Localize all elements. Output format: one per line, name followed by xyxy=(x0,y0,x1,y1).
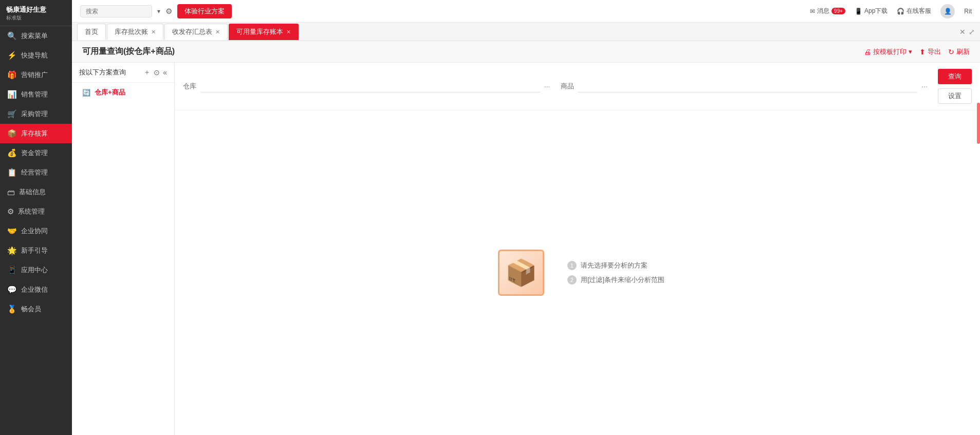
sidebar-label-search: 搜索菜单 xyxy=(21,31,48,41)
topbar-right: ✉ 消息 99+ 📱 App下载 🎧 在线客服 👤 Rit xyxy=(810,4,972,18)
user-avatar[interactable]: 👤 xyxy=(940,4,955,18)
sidebar-label-finance: 资金管理 xyxy=(21,148,48,158)
query-bar: 仓库 ··· 商品 ··· 查询 设置 xyxy=(175,63,980,110)
goods-more-icon[interactable]: ··· xyxy=(921,82,928,90)
sidebar-icon-newbie: 🌟 xyxy=(7,246,17,255)
topbar-gear-icon[interactable]: ⚙ xyxy=(165,7,172,16)
sidebar-label-inventory: 库存核算 xyxy=(21,129,48,138)
sidebar-item-inventory[interactable]: 📦 库存核算 xyxy=(0,124,72,143)
trial-btn[interactable]: 体验行业方案 xyxy=(177,4,232,18)
print-btn[interactable]: 🖨 按模板打印 ▾ xyxy=(864,47,912,56)
message-badge: 99+ xyxy=(831,8,845,14)
topbar: ▾ ⚙ 体验行业方案 ✉ 消息 99+ 📱 App下载 🎧 在线客服 👤 Rit xyxy=(72,0,980,23)
page-title: 可用量查询(按仓库+商品) xyxy=(82,46,175,57)
message-icon: ✉ xyxy=(810,8,815,15)
sidebar-icon-inventory: 📦 xyxy=(7,129,17,138)
right-edge-scrollbar[interactable] xyxy=(977,103,980,144)
topbar-search-input[interactable] xyxy=(80,5,152,17)
filter-settings-icon[interactable]: ⊙ xyxy=(154,68,160,77)
tab-available-qty[interactable]: 可用量库存账本✕ xyxy=(229,24,299,40)
close-window-btn[interactable]: ✕ xyxy=(959,28,966,36)
sidebar-item-marketing-promo[interactable]: 🎁 营销推广 xyxy=(0,65,72,85)
empty-tip-1: 1 请先选择要分析的方案 xyxy=(567,261,664,270)
sidebar-item-sales[interactable]: 📊 销售管理 xyxy=(0,85,72,104)
filter-collapse-icon[interactable]: « xyxy=(163,68,167,77)
sidebar-label-shortcut: 快捷导航 xyxy=(21,51,48,60)
query-buttons: 查询 设置 xyxy=(938,69,972,104)
refresh-icon: ↻ xyxy=(948,48,954,56)
filter-header: 按以下方案查询 ＋ ⊙ « xyxy=(72,63,174,83)
sidebar-label-marketing-promo: 营销推广 xyxy=(21,70,48,80)
filter-header-actions: ＋ ⊙ « xyxy=(143,68,167,77)
tab-home[interactable]: 首页 xyxy=(77,24,106,40)
page-actions: 🖨 按模板打印 ▾ ⬆ 导出 ↻ 刷新 xyxy=(864,47,970,56)
tab-close-collect-summary[interactable]: ✕ xyxy=(215,29,220,35)
username-label: Rit xyxy=(964,8,972,15)
tab-collect-summary[interactable]: 收发存汇总表✕ xyxy=(164,24,228,40)
tip-text-1: 请先选择要分析的方案 xyxy=(581,261,648,270)
warehouse-more-icon[interactable]: ··· xyxy=(544,82,550,90)
tab-close-available-qty[interactable]: ✕ xyxy=(286,29,291,35)
tabs-window-actions: ✕ ⤢ xyxy=(959,28,975,36)
print-dropdown-icon[interactable]: ▾ xyxy=(909,48,912,55)
message-item[interactable]: ✉ 消息 99+ xyxy=(810,7,845,15)
goods-input[interactable] xyxy=(578,80,918,92)
tip-text-2: 用[过滤]条件来缩小分析范围 xyxy=(581,275,664,285)
empty-tips: 1 请先选择要分析的方案 2 用[过滤]条件来缩小分析范围 xyxy=(567,261,664,285)
right-panel: 仓库 ··· 商品 ··· 查询 设置 xyxy=(175,63,980,435)
sidebar-item-purchase[interactable]: 🛒 采购管理 xyxy=(0,104,72,124)
online-service-label: 在线客服 xyxy=(907,7,931,15)
sidebar-item-system[interactable]: ⚙ 系统管理 xyxy=(0,202,72,221)
filter-item-label: 仓库+商品 xyxy=(95,88,125,97)
filter-header-label: 按以下方案查询 xyxy=(79,68,126,77)
tip-num-2: 2 xyxy=(567,275,577,285)
sidebar-item-search[interactable]: 🔍 搜索菜单 xyxy=(0,26,72,46)
page-header: 可用量查询(按仓库+商品) 🖨 按模板打印 ▾ ⬆ 导出 ↻ 刷新 xyxy=(72,41,980,63)
tip-num-1: 1 xyxy=(567,261,577,270)
tab-batch-account[interactable]: 库存批次账✕ xyxy=(107,24,163,40)
sidebar-item-app-center[interactable]: 📱 应用中心 xyxy=(0,260,72,280)
sidebar-item-member[interactable]: 🏅 畅会员 xyxy=(0,299,72,319)
sidebar-label-operations: 经营管理 xyxy=(21,168,48,177)
topbar-dropdown-icon[interactable]: ▾ xyxy=(157,8,160,15)
sidebar-icon-purchase: 🛒 xyxy=(7,109,17,119)
sidebar-label-wechat: 企业微信 xyxy=(21,285,48,294)
query-btn[interactable]: 查询 xyxy=(938,69,972,84)
message-label: 消息 xyxy=(817,7,829,15)
sidebar-item-shortcut[interactable]: ⚡ 快捷导航 xyxy=(0,46,72,65)
filter-item-warehouse-goods[interactable]: 🔄 仓库+商品 xyxy=(72,83,174,102)
goods-field: 商品 ··· xyxy=(561,80,928,92)
sidebar-item-basics[interactable]: 🗃 基础信息 xyxy=(0,182,72,202)
app-download-item[interactable]: 📱 App下载 xyxy=(855,7,887,15)
sidebar: 畅康通好生意 标准版 🔍 搜索菜单 ⚡ 快捷导航 🎁 营销推广 📊 销售管理 🛒… xyxy=(0,0,72,435)
export-btn[interactable]: ⬆ 导出 xyxy=(919,47,941,56)
sidebar-item-newbie[interactable]: 🌟 新手引导 xyxy=(0,241,72,260)
sidebar-item-finance[interactable]: 💰 资金管理 xyxy=(0,143,72,163)
print-icon: 🖨 xyxy=(864,48,871,56)
tab-close-batch-account[interactable]: ✕ xyxy=(151,29,156,35)
print-label: 按模板打印 xyxy=(873,47,907,56)
sidebar-logo: 畅康通好生意 标准版 xyxy=(0,0,72,26)
sidebar-icon-member: 🏅 xyxy=(7,305,17,314)
warehouse-input[interactable] xyxy=(200,80,540,92)
sidebar-item-wechat[interactable]: 💬 企业微信 xyxy=(0,280,72,299)
tab-label-home: 首页 xyxy=(85,27,98,36)
tab-label-batch-account: 库存批次账 xyxy=(115,27,148,36)
tab-label-available-qty: 可用量库存账本 xyxy=(236,27,283,36)
maximize-window-btn[interactable]: ⤢ xyxy=(969,28,975,36)
sidebar-icon-sales: 📊 xyxy=(7,90,17,99)
sidebar-item-operations[interactable]: 📋 经营管理 xyxy=(0,163,72,182)
sidebar-icon-search: 🔍 xyxy=(7,31,17,41)
warehouse-label: 仓库 xyxy=(183,82,196,91)
sidebar-label-sales: 销售管理 xyxy=(21,90,48,99)
online-service-item[interactable]: 🎧 在线客服 xyxy=(897,7,931,15)
filter-add-icon[interactable]: ＋ xyxy=(143,68,151,77)
sidebar-label-system: 系统管理 xyxy=(18,207,45,216)
export-label: 导出 xyxy=(928,47,941,56)
refresh-btn[interactable]: ↻ 刷新 xyxy=(948,47,970,56)
settings-btn[interactable]: 设置 xyxy=(938,88,972,104)
sidebar-icon-marketing-promo: 🎁 xyxy=(7,70,17,80)
empty-state: 1 请先选择要分析的方案 2 用[过滤]条件来缩小分析范围 xyxy=(175,110,980,435)
avatar-placeholder: 👤 xyxy=(944,8,952,15)
sidebar-item-cooperation[interactable]: 🤝 企业协同 xyxy=(0,221,72,241)
